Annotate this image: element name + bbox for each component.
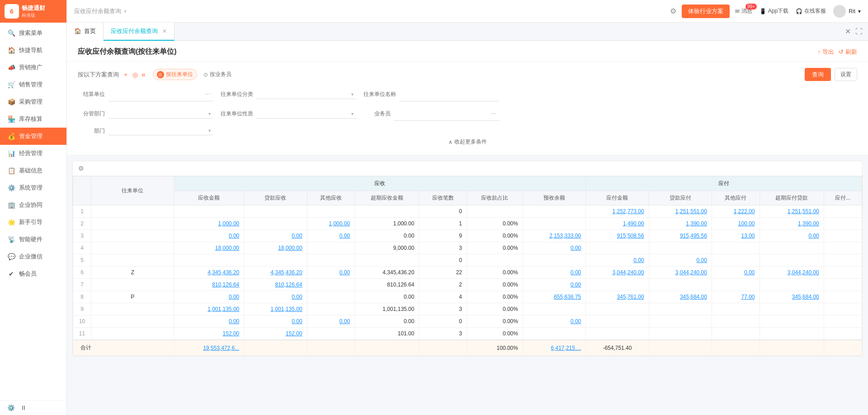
refresh-button[interactable]: ↺ 刷新 <box>839 48 857 56</box>
filter-scheme-by-staff[interactable]: ⊙ 按业务员 <box>200 69 235 80</box>
partner-nature-arrow-icon[interactable]: ▾ <box>351 111 354 116</box>
cell-prepaid[interactable]: 655,636.75 <box>523 291 585 303</box>
cell-ar-amount[interactable]: 1,000.00 <box>174 218 244 230</box>
sidebar-item-enterprise[interactable]: 🏢 企业协同 <box>0 196 66 214</box>
footer-prepaid[interactable]: 6,417,215.... <box>523 340 585 356</box>
refresh-icon: ↺ <box>839 48 844 55</box>
sidebar-item-inventory[interactable]: 🏪 库存核算 <box>0 110 66 128</box>
sidebar-item-quicknav[interactable]: 🏠 快捷导航 <box>0 42 66 59</box>
cell-other-ap[interactable]: 77.00 <box>712 291 760 303</box>
tab-ar-ap[interactable]: 应收应付余额查询 ✕ <box>104 23 175 41</box>
cell-loan-ar[interactable]: 4,345,436.20 <box>244 267 307 279</box>
export-button[interactable]: ↑ 导出 <box>818 48 835 56</box>
settings-bottom-btn[interactable]: ⚙️ <box>7 404 15 411</box>
cell-other-ar[interactable]: 1,000.00 <box>307 218 355 230</box>
cell-loan-ar[interactable]: 152.00 <box>244 328 307 340</box>
cell-prepaid[interactable]: 0.00 <box>523 242 585 254</box>
settlement-unit-input[interactable] <box>111 89 203 99</box>
cell-loan-ap[interactable]: 0.00 <box>649 254 712 267</box>
cell-loan-ap[interactable]: 1,251,551.00 <box>649 205 712 218</box>
user-menu[interactable]: Rit ▾ <box>833 5 861 18</box>
cell-loan-ar[interactable]: 810,126.64 <box>244 279 307 291</box>
tab-home[interactable]: 🏠 首页 <box>67 23 104 41</box>
dept-manager-arrow-icon[interactable]: ▾ <box>208 111 211 116</box>
cell-other-ap[interactable]: 13.00 <box>712 230 760 242</box>
collapse-btn[interactable]: ⏸ <box>20 404 27 411</box>
filter-scheme-settings-btn[interactable]: ◎ <box>132 71 138 78</box>
sidebar-item-basics[interactable]: 📋 基础信息 <box>0 162 66 179</box>
settlement-unit-dots-icon[interactable]: ··· <box>205 90 211 98</box>
cell-other-ar[interactable]: 0.00 <box>307 315 355 328</box>
dept-arrow-icon[interactable]: ▾ <box>208 128 211 133</box>
filter-add-button[interactable]: ＋ <box>123 71 129 79</box>
footer-ar-amount[interactable]: 19,553,472,6... <box>174 340 244 356</box>
table-settings-icon[interactable]: ⚙ <box>78 165 84 172</box>
cell-ap-amount[interactable]: 915,508.56 <box>586 230 649 242</box>
sidebar-item-wechat[interactable]: 💬 企业微信 <box>0 248 66 265</box>
cell-overdue-ap[interactable]: 3,044,240.00 <box>760 267 824 279</box>
cell-loan-ar[interactable]: 1,001,135.00 <box>244 303 307 315</box>
cta-button[interactable]: 体验行业方案 <box>682 5 730 18</box>
cell-overdue-ap[interactable]: 345,684.00 <box>760 291 824 303</box>
online-service-button[interactable]: 🎧 在线客服 <box>796 7 826 15</box>
cell-ar-amount[interactable]: 0.00 <box>174 230 244 242</box>
cell-ap-amount[interactable]: 3,044,240.00 <box>586 267 649 279</box>
cell-ap-amount[interactable]: 1,252,773.00 <box>586 205 649 218</box>
cell-loan-ar[interactable]: 0.00 <box>244 230 307 242</box>
sidebar-item-hardware[interactable]: 📡 智能硬件 <box>0 231 66 248</box>
cell-loan-ap[interactable]: 3,044,240.00 <box>649 267 712 279</box>
sidebar-item-member[interactable]: ✔ 畅会员 <box>0 265 66 282</box>
tab-fullscreen-icon[interactable]: ⛶ <box>855 28 863 36</box>
app-download-button[interactable]: 📱 App下载 <box>760 7 788 15</box>
cell-other-ar[interactable]: 0.00 <box>307 230 355 242</box>
cell-prepaid[interactable]: 0.00 <box>523 279 585 291</box>
cell-ar-amount[interactable]: 152.00 <box>174 328 244 340</box>
cell-loan-ap[interactable]: 915,495.56 <box>649 230 712 242</box>
tab-close-window-icon[interactable]: ✕ <box>845 27 851 36</box>
cell-overdue-ap[interactable]: 0.00 <box>760 230 824 242</box>
cell-ap-amount[interactable]: 345,761.00 <box>586 291 649 303</box>
sidebar-item-purchase[interactable]: 📦 采购管理 <box>0 93 66 110</box>
cell-loan-ap[interactable]: 345,684.00 <box>649 291 712 303</box>
cell-ap-amount[interactable]: 1,490.00 <box>586 218 649 230</box>
cell-ar-amount[interactable]: 810,126.64 <box>174 279 244 291</box>
cell-ar-amount[interactable]: 1,001,135.00 <box>174 303 244 315</box>
settings-button[interactable]: 设置 <box>835 68 857 81</box>
sidebar-item-operations[interactable]: 📊 经营管理 <box>0 145 66 162</box>
cell-prepaid[interactable]: 0.00 <box>523 267 585 279</box>
cell-ar-amount[interactable]: 4,345,436.20 <box>174 267 244 279</box>
cell-overdue-ap[interactable]: 1,251,551.00 <box>760 205 824 218</box>
cell-other-ap[interactable]: 1,222.00 <box>712 205 760 218</box>
query-button[interactable]: 查询 <box>805 68 831 81</box>
tab-close-icon[interactable]: ✕ <box>162 28 167 34</box>
gear-icon[interactable]: ⚙ <box>670 7 676 15</box>
messages-button[interactable]: ✉ 消息 99+ <box>735 7 752 15</box>
sidebar-item-system[interactable]: ⚙️ 系统管理 <box>0 179 66 196</box>
cell-prepaid[interactable]: 0.00 <box>523 315 585 328</box>
cell-other-ap[interactable]: 100.00 <box>712 218 760 230</box>
sidebar-item-funds[interactable]: 💰 资金管理 <box>0 128 66 145</box>
cell-loan-ar[interactable]: 0.00 <box>244 315 307 328</box>
sidebar-item-search[interactable]: 🔍 搜索菜单 <box>0 24 66 42</box>
partner-category-arrow-icon[interactable]: ▾ <box>351 92 354 97</box>
cell-prepaid[interactable]: 2,153,333.00 <box>523 230 585 242</box>
cell-ar-amount[interactable]: 18,000.00 <box>174 242 244 254</box>
cell-ar-amount[interactable]: 0.00 <box>174 315 244 328</box>
cell-loan-ar[interactable]: 0.00 <box>244 291 307 303</box>
filter-scheme-by-unit[interactable]: ◎ 按往来单位 <box>153 69 197 80</box>
cell-loan-ap[interactable]: 1,390.00 <box>649 218 712 230</box>
salesperson-dots-icon[interactable]: ··· <box>491 110 496 118</box>
cell-ap-amount[interactable]: 0.00 <box>586 254 649 267</box>
salesperson-input[interactable] <box>397 109 489 119</box>
partner-name-input[interactable] <box>402 89 496 99</box>
cell-loan-ar[interactable]: 18,000.00 <box>244 242 307 254</box>
sidebar-item-sales[interactable]: 🛒 销售管理 <box>0 76 66 93</box>
sidebar-item-marketing[interactable]: 📣 营销推广 <box>0 59 66 76</box>
cell-ar-amount[interactable]: 0.00 <box>174 291 244 303</box>
cell-overdue-ap[interactable]: 1,390.00 <box>760 218 824 230</box>
collapse-filter-button[interactable]: ∧ 收起更多条件 <box>78 135 857 148</box>
sidebar-item-guide[interactable]: 🌟 新手引导 <box>0 214 66 231</box>
filter-collapse-icon[interactable]: « <box>142 71 146 79</box>
cell-other-ar[interactable]: 0.00 <box>307 267 355 279</box>
cell-other-ap[interactable]: 0.00 <box>712 267 760 279</box>
